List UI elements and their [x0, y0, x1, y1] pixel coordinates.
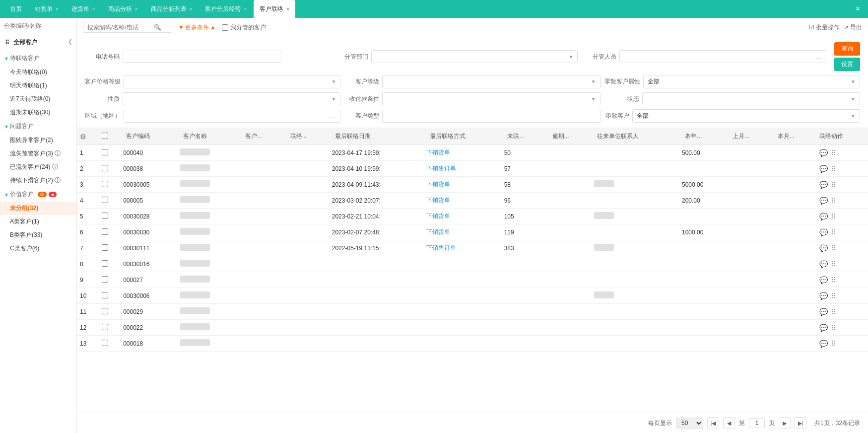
row-checkbox[interactable] — [99, 145, 120, 161]
close-icon[interactable]: × — [286, 6, 289, 12]
sidebar-section-problem[interactable]: ▾ 问题客户 — [0, 119, 76, 134]
chat-icon[interactable]: 💬 — [819, 308, 828, 316]
select-all-checkbox[interactable] — [102, 133, 108, 139]
table-cell[interactable]: 下销货单 — [423, 209, 501, 224]
phone-input[interactable] — [123, 51, 281, 63]
chat-icon[interactable]: 💬 — [819, 197, 828, 205]
row-checkbox[interactable] — [99, 240, 120, 256]
prev-page-button[interactable]: ◀ — [723, 417, 735, 429]
grid-action-icon[interactable]: ⠿ — [831, 260, 836, 268]
grid-action-icon[interactable]: ⠿ — [831, 276, 836, 284]
collapse-icon[interactable]: 《 — [66, 38, 71, 47]
overdue-header[interactable]: :逾期... — [546, 128, 591, 145]
nav-tab-product-list[interactable]: 商品分析列表 × — [145, 0, 199, 18]
checkbox-column-header[interactable] — [99, 128, 120, 145]
last-contact-method-header[interactable]: :最后联络方式 — [423, 128, 501, 145]
sidebar-item-hoard-abnormal[interactable]: 囤购异常客户(2) — [0, 134, 76, 147]
chat-icon[interactable]: 💬 — [819, 213, 828, 220]
row-checkbox[interactable] — [99, 209, 120, 224]
retail-attr-select[interactable]: 全部 ▼ — [643, 75, 860, 88]
chat-icon[interactable]: 💬 — [819, 165, 828, 173]
sidebar-search-input[interactable] — [4, 22, 77, 29]
last-contact-date-header[interactable]: :最后联络日期 — [329, 128, 424, 145]
grid-action-icon[interactable]: ⠿ — [831, 197, 836, 205]
this-year-header[interactable]: :本年... — [679, 128, 727, 145]
contact-column-header[interactable]: :联络... — [284, 128, 329, 145]
customer-level-select[interactable]: ▼ — [382, 75, 600, 88]
table-cell[interactable]: 下销货单 — [423, 145, 501, 161]
page-size-select[interactable]: 50 100 — [676, 418, 703, 429]
table-cell[interactable] — [423, 336, 501, 352]
chat-icon[interactable]: 💬 — [819, 181, 828, 189]
partner-header[interactable]: :往来单位联系人 — [591, 128, 679, 145]
contact-method-link[interactable]: 下销货单 — [426, 197, 450, 204]
row-checkbox[interactable] — [99, 336, 120, 352]
chat-icon[interactable]: 💬 — [819, 244, 828, 252]
export-button[interactable]: ↗ 导出 — [844, 23, 862, 32]
batch-op-button[interactable]: ☑ 批量操作 — [809, 23, 840, 32]
sidebar-all-customers[interactable]: ⠿ 全部客户 《 — [0, 34, 76, 51]
grid-action-icon[interactable]: ⠿ — [831, 244, 836, 252]
sidebar-item-overdue[interactable]: 逾期未联络(30) — [0, 106, 76, 119]
next-page-button[interactable]: ▶ — [779, 417, 791, 429]
row-checkbox[interactable] — [99, 304, 120, 320]
row-checkbox[interactable] — [99, 256, 120, 272]
grid-action-icon[interactable]: ⠿ — [831, 213, 836, 220]
table-cell[interactable]: 下销售订单 — [423, 161, 501, 177]
staff-select[interactable]: … — [619, 50, 826, 63]
sidebar-item-class-c[interactable]: C类客户(6) — [0, 242, 76, 255]
contact-method-link[interactable]: 下销货单 — [426, 149, 450, 156]
nature-select[interactable]: ▼ — [123, 92, 340, 105]
reset-button[interactable]: 设置 — [834, 58, 860, 71]
search-input[interactable] — [87, 24, 152, 31]
payment-select[interactable]: ▼ — [382, 92, 600, 105]
close-icon[interactable]: × — [135, 6, 138, 12]
row-checkbox[interactable] — [99, 320, 120, 336]
sidebar-item-tomorrow[interactable]: 明天待联络(1) — [0, 79, 76, 92]
last-page-button[interactable]: ▶| — [795, 417, 806, 429]
nav-tab-home[interactable]: 首页 — [4, 0, 28, 18]
window-close-button[interactable]: × — [852, 4, 864, 13]
more-conditions-btn[interactable]: ▼ 更多条件 ▲ — [178, 23, 216, 32]
grid-action-icon[interactable]: ⠿ — [831, 165, 836, 173]
status-select[interactable]: ▼ — [642, 92, 860, 105]
dept-select[interactable]: ▼ — [371, 50, 578, 63]
contact-method-link[interactable]: 下销售订单 — [426, 165, 456, 172]
contact-method-link[interactable]: 下销货单 — [426, 181, 450, 188]
refresh-badge[interactable]: ⟳ — [38, 192, 47, 197]
chat-icon[interactable]: 💬 — [819, 149, 828, 157]
table-cell[interactable]: 下销货单 — [423, 177, 501, 193]
table-cell[interactable]: 下销货单 — [423, 224, 501, 240]
close-icon[interactable]: × — [190, 6, 193, 12]
my-customers-checkbox[interactable]: 我分管的客户 — [222, 23, 266, 32]
row-checkbox[interactable] — [99, 177, 120, 193]
grid-action-icon[interactable]: ⠿ — [831, 228, 836, 236]
table-cell[interactable] — [423, 320, 501, 336]
table-cell[interactable] — [423, 304, 501, 320]
chat-icon[interactable]: 💬 — [819, 276, 828, 284]
no-contact-header[interactable]: :未联... — [501, 128, 546, 145]
area-select[interactable]: … — [124, 110, 340, 123]
sidebar-item-unclassified[interactable]: 未分组(32) — [0, 202, 76, 215]
sidebar-item-class-a[interactable]: A类客户(1) — [0, 215, 76, 228]
contact-method-link[interactable]: 下销售订单 — [426, 244, 456, 251]
nav-tab-customer-contact[interactable]: 客户联络 × — [254, 0, 295, 18]
sidebar-item-7days[interactable]: 近7天待联络(0) — [0, 92, 76, 106]
row-checkbox[interactable] — [99, 288, 120, 304]
grid-action-icon[interactable]: ⠿ — [831, 340, 836, 348]
nav-tab-product-analysis[interactable]: 商品分析 × — [102, 0, 144, 18]
grid-action-icon[interactable]: ⠿ — [831, 308, 836, 316]
code-column-header[interactable]: :客户编码 — [120, 128, 177, 145]
row-checkbox[interactable] — [99, 193, 120, 209]
table-cell[interactable] — [423, 256, 501, 272]
sidebar-section-pending[interactable]: ▾ 待联络客户 — [0, 51, 76, 66]
grid-action-icon[interactable]: ⠿ — [831, 324, 836, 332]
sidebar-item-churned[interactable]: 已流失客户(24) ⓘ — [0, 160, 76, 174]
sidebar-item-class-b[interactable]: B类客户(33) — [0, 228, 76, 242]
type-column-header[interactable]: :客户... — [239, 128, 284, 145]
grid-action-icon[interactable]: ⠿ — [831, 149, 836, 157]
table-cell[interactable] — [423, 288, 501, 304]
query-button[interactable]: 查询 — [834, 42, 860, 56]
retail-customer-select[interactable]: 全部 ▼ — [632, 109, 860, 123]
nav-tab-sales[interactable]: 销售单 × — [29, 0, 65, 18]
